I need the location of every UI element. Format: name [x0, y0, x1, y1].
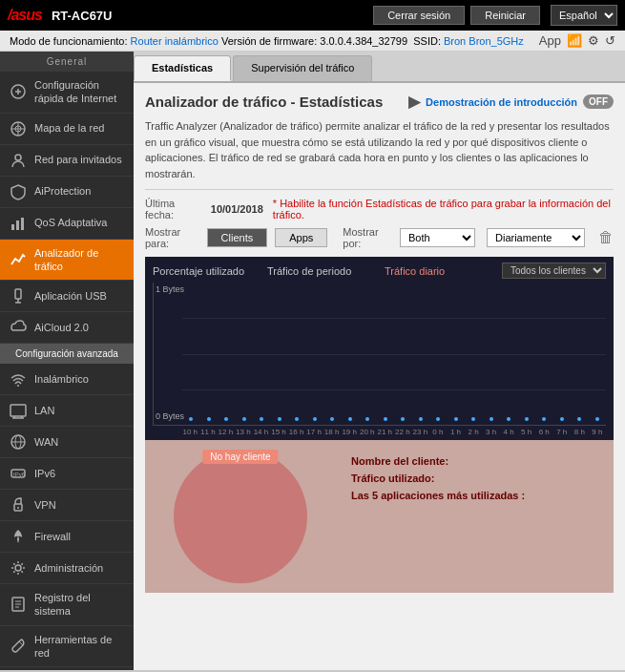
language-select[interactable]: Español [551, 5, 617, 26]
sidebar-item-wireless[interactable]: Inalámbrico [0, 364, 134, 395]
show-by-select[interactable]: Both Upload Download [400, 228, 475, 247]
demo-btn-area: ▶ Demostración de introducción OFF [408, 93, 614, 111]
svg-rect-9 [15, 289, 21, 299]
trash-icon[interactable]: 🗑 [598, 229, 614, 246]
aicloud-label: AiCloud 2.0 [34, 321, 89, 334]
admin-label: Administración [34, 561, 103, 575]
period-select[interactable]: Diariamente Mensualmente [487, 228, 585, 247]
main-layout: General Configuración rápida de Internet… [0, 52, 625, 670]
wan-label: WAN [34, 435, 58, 449]
sidebar-item-quick-config[interactable]: Configuración rápida de Internet [0, 72, 134, 114]
sidebar-item-traffic-analyzer[interactable]: Analizador de tráfico [0, 240, 134, 282]
syslog-label: Registro del sistema [34, 591, 124, 619]
play-icon: ▶ [408, 93, 420, 111]
traffic-analyzer-label: Analizador de tráfico [34, 246, 124, 274]
x-label-6: 16 h [287, 428, 305, 436]
top-bar: /asus RT-AC67U Cerrar sesión Reiniciar E… [0, 0, 625, 31]
sidebar-item-aicloud[interactable]: AiCloud 2.0 [0, 312, 134, 344]
all-clients-select[interactable]: Todos los clientes [502, 262, 606, 279]
aiprotection-icon [10, 183, 27, 200]
sidebar-item-qos[interactable]: QoS Adaptativa [0, 208, 134, 240]
svg-rect-7 [16, 220, 19, 230]
x-label-11: 21 h [376, 428, 394, 436]
x-label-18: 4 h [500, 428, 518, 436]
ssid2[interactable]: Bron_5GHz [469, 35, 523, 47]
chart-col-3: Tráfico diario [385, 265, 502, 277]
svg-point-12 [17, 385, 19, 387]
demo-link[interactable]: Demostración de introducción [426, 96, 577, 108]
lan-label: LAN [34, 404, 54, 417]
content-area: Estadísticas Supervisión del tráfico Ana… [134, 52, 625, 670]
x-label-13: 23 h [411, 428, 429, 436]
tab-supervision[interactable]: Supervisión del tráfico [233, 55, 372, 81]
svg-line-29 [19, 641, 23, 645]
x-label-15: 1 h [447, 428, 465, 436]
sidebar-item-aiprotection[interactable]: AiProtection [0, 177, 134, 208]
chart-col-1: Porcentaje utilizado [153, 265, 267, 277]
page-title-text: Analizador de tráfico - Estadísticas [145, 94, 383, 110]
lan-icon [10, 402, 27, 419]
sidebar-item-tools[interactable]: Herramientas de red [0, 626, 134, 668]
warning-text: * Habilite la función Estadísticas de tr… [273, 198, 614, 220]
toggle-off-label[interactable]: OFF [583, 94, 614, 109]
usb-app-label: Aplicación USB [34, 289, 107, 303]
x-label-0: 10 h [181, 428, 199, 436]
admin-icon [10, 559, 27, 577]
x-label-12: 22 h [394, 428, 412, 436]
model-name: RT-AC67U [48, 9, 370, 23]
sidebar-item-lan[interactable]: LAN [0, 395, 134, 427]
mode-label: Modo de funcionamiento: [10, 35, 128, 47]
close-session-button[interactable]: Cerrar sesión [373, 6, 465, 25]
x-label-10: 20 h [358, 428, 376, 436]
info-icons: App 📶 ⚙ ↺ [539, 33, 615, 48]
sidebar-item-syslog[interactable]: Registro del sistema [0, 584, 134, 626]
svg-point-24 [15, 565, 21, 571]
svg-point-5 [15, 155, 21, 160]
tools-label: Herramientas de red [34, 633, 124, 661]
guest-network-label: Red para invitados [34, 153, 122, 166]
sidebar-item-vpn[interactable]: VPN [0, 490, 134, 521]
app-icon[interactable]: App [539, 33, 561, 48]
x-label-22: 8 h [571, 428, 589, 436]
mode-value[interactable]: Router inalámbrico [131, 35, 219, 47]
quick-config-icon [10, 83, 27, 100]
ssid1[interactable]: Bron [444, 35, 466, 47]
x-label-16: 2 h [465, 428, 483, 436]
asus-logo: /asus [8, 7, 42, 24]
sidebar-item-wan[interactable]: WAN [0, 427, 134, 458]
sidebar: General Configuración rápida de Internet… [0, 52, 134, 670]
show-by-label: Mostrar por: [343, 226, 388, 249]
wireless-icon [10, 370, 27, 388]
wireless-label: Inalámbrico [34, 372, 89, 386]
pie-chart-area: No hay cliente [145, 440, 336, 593]
tab-estadisticas[interactable]: Estadísticas [134, 55, 231, 81]
sidebar-general-title: General [0, 52, 134, 72]
sidebar-item-admin[interactable]: Administración [0, 553, 134, 584]
settings-icon[interactable]: ⚙ [588, 33, 599, 48]
svg-rect-13 [10, 405, 26, 416]
sidebar-item-ipv6[interactable]: IPv6 IPv6 [0, 458, 134, 490]
firmware-value: 3.0.0.4.384_32799 [320, 35, 407, 47]
qos-icon [10, 215, 27, 232]
bytes-label-top: 1 Bytes [156, 284, 184, 294]
quick-config-label: Configuración rápida de Internet [34, 78, 124, 106]
x-label-4: 14 h [252, 428, 270, 436]
firewall-icon [10, 528, 27, 545]
sidebar-item-usb-app[interactable]: Aplicación USB [0, 281, 134, 312]
date-row: Última fecha: 10/01/2018 * Habilite la f… [145, 198, 614, 220]
vpn-icon [10, 496, 27, 514]
sidebar-item-network-map[interactable]: Mapa de la red [0, 114, 134, 145]
sidebar-item-guest-network[interactable]: Red para invitados [0, 145, 134, 177]
sidebar-item-firewall[interactable]: Firewall [0, 521, 134, 553]
wifi-icon[interactable]: 📶 [567, 33, 582, 48]
guest-network-icon [10, 152, 27, 169]
x-label-23: 9 h [589, 428, 607, 436]
filter-row: Mostrar para: Clients Apps Mostrar por: … [145, 226, 614, 249]
chart-col-2: Tráfico de periodo [267, 265, 385, 277]
clients-button[interactable]: Clients [207, 228, 268, 247]
apps-button[interactable]: Apps [275, 228, 327, 247]
restart-button[interactable]: Reiniciar [470, 6, 540, 25]
vpn-label: VPN [34, 498, 56, 512]
refresh-icon[interactable]: ↺ [605, 33, 615, 48]
usb-app-icon [10, 287, 27, 304]
